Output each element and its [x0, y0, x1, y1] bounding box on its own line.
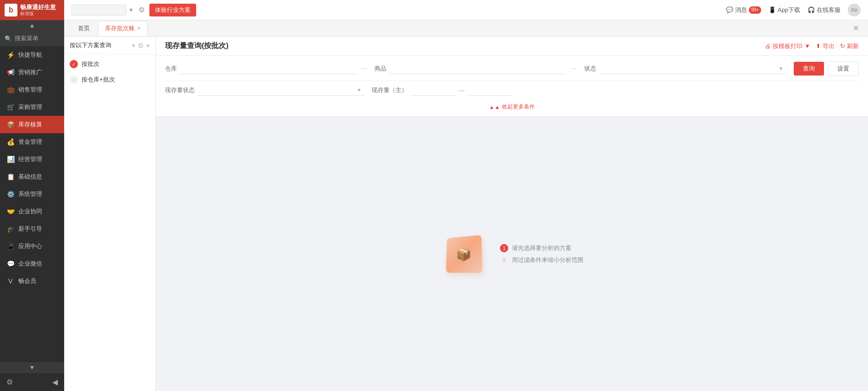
sidebar-item-label: 系统管理 [18, 190, 42, 198]
sidebar-item-system[interactable]: ⚙️ 系统管理 [0, 185, 64, 203]
sidebar-item-member[interactable]: V 畅会员 [0, 272, 64, 290]
sidebar-item-label: 新手引导 [18, 225, 42, 233]
sidebar-item-label: 畅会员 [18, 277, 36, 285]
page-header-actions: 🖨 按模板打印 ▼ ⬆ 导出 ↻ 刷新 [765, 42, 859, 50]
quantity-min-input[interactable] [410, 85, 456, 96]
messages-badge: 99+ [749, 6, 761, 14]
export-btn[interactable]: ⬆ 导出 [816, 42, 835, 50]
sidebar-item-quick-nav[interactable]: ⚡ 快捷导航 [0, 46, 64, 64]
sidebar-scroll-up[interactable]: ▲ [0, 20, 64, 31]
sidebar-item-sales[interactable]: 💼 销售管理 [0, 81, 64, 98]
empty-text: 1 请先选择要分析的方案 2 用过滤条件来缩小分析范围 [500, 244, 583, 264]
sidebar-item-label: 快捷导航 [18, 51, 42, 59]
print-label: 按模板打印 [773, 42, 802, 50]
app-download-label: App下载 [778, 6, 800, 14]
query-btn[interactable]: 查询 [794, 62, 824, 76]
topbar-gear-icon[interactable]: ⚙ [138, 5, 145, 14]
warehouse-label: 仓库 [165, 65, 177, 73]
sidebar-item-inventory[interactable]: 📦 库存核算 [0, 116, 64, 133]
collapse-row: ▲▲ 收起更多条件 [165, 100, 859, 111]
sidebar-footer: ⚙ ◀ [0, 373, 64, 391]
plan-item-batch[interactable]: ✓ 按批次 [64, 56, 155, 72]
sidebar-item-basic[interactable]: 📋 基础信息 [0, 168, 64, 185]
warehouse-input[interactable] [180, 63, 357, 74]
tabbar-close-btn[interactable]: ✕ [851, 22, 861, 34]
tab-inventory-label: 库存批次账 [105, 24, 135, 33]
sales-icon: 💼 [6, 86, 15, 94]
sidebar-item-collab[interactable]: 🤝 企业协同 [0, 203, 64, 220]
sidebar-item-label: 企业微信 [18, 260, 42, 268]
app-download-btn[interactable]: 📱 App下载 [769, 6, 800, 14]
print-arrow-icon: ▼ [804, 43, 810, 49]
refresh-label: 刷新 [847, 42, 859, 50]
finance-icon: 💰 [6, 138, 15, 146]
sidebar-item-finance[interactable]: 💰 资金管理 [0, 133, 64, 151]
user-profile[interactable]: Rit [848, 4, 861, 16]
sidebar-item-purchase[interactable]: 🛒 采购管理 [0, 98, 64, 116]
filter-goods: 商品 ··· [374, 63, 577, 74]
tab-inventory[interactable]: 库存批次账 × [98, 21, 148, 36]
sidebar-item-wechat[interactable]: 💬 企业微信 [0, 255, 64, 272]
sidebar-settings-icon[interactable]: ⚙ [6, 378, 13, 386]
sidebar-search-label: 搜索菜单 [15, 34, 38, 43]
inventory-icon: 📦 [6, 120, 15, 129]
sidebar-item-newbie[interactable]: 🎓 新手引导 [0, 220, 64, 238]
empty-icon: 📦 [440, 231, 486, 277]
print-btn[interactable]: 🖨 按模板打印 ▼ [765, 42, 810, 50]
sidebar-item-label: 经营管理 [18, 155, 42, 163]
add-plan-btn[interactable]: + [132, 42, 135, 49]
plan-item-warehouse-batch[interactable]: ○ 按仓库+批次 [64, 72, 155, 87]
goods-dots[interactable]: ··· [571, 65, 577, 73]
refresh-icon: ↻ [840, 43, 845, 49]
quantity-max-input[interactable] [467, 85, 513, 96]
tabbar-left: 首页 库存批次账 × [71, 21, 148, 35]
sidebar-search[interactable]: 🔍 搜索菜单 [0, 31, 64, 46]
quick-nav-icon: ⚡ [6, 51, 15, 59]
panel-collapse-icon[interactable]: « [146, 42, 150, 49]
empty-step1-label: 请先选择要分析的方案 [512, 244, 571, 252]
settings-btn[interactable]: 设置 [828, 61, 859, 76]
status-select[interactable]: ▼ [599, 64, 786, 74]
app-title: 畅康通好生意 [20, 4, 56, 11]
collapse-btn[interactable]: ▲▲ 收起更多条件 [489, 103, 535, 111]
sidebar-collapse-icon[interactable]: ◀ [52, 378, 58, 386]
operation-icon: 📊 [6, 155, 15, 163]
online-service-label: 在线客服 [817, 6, 841, 14]
messages-btn[interactable]: 💬 消息 99+ [726, 6, 761, 14]
tabbar: 首页 库存批次账 × ✕ [64, 20, 868, 37]
user-name: Rit [851, 7, 857, 13]
left-panel-actions: + ⊙ « [132, 42, 150, 49]
topbar-chevron-icon[interactable]: ▼ [128, 7, 134, 13]
tab-home-label: 首页 [78, 24, 90, 33]
topbar-right: 💬 消息 99+ 📱 App下载 🎧 在线客服 Rit [726, 4, 861, 16]
step1-num: 1 [500, 244, 508, 252]
plan-settings-icon[interactable]: ⊙ [138, 42, 143, 49]
empty-step-1: 1 请先选择要分析的方案 [500, 244, 583, 252]
tab-close-icon[interactable]: × [137, 25, 141, 32]
sidebar-scroll-down[interactable]: ▼ [0, 362, 64, 373]
inventory-status-label: 现存量状态 [165, 86, 195, 94]
topbar-search-input[interactable] [71, 5, 126, 16]
tab-home[interactable]: 首页 [71, 22, 96, 35]
inventory-status-select[interactable]: ▼ [198, 85, 364, 96]
topbar-left: ▼ ⚙ 体验行业方案 [71, 4, 196, 16]
topbar: ▼ ⚙ 体验行业方案 💬 消息 99+ 📱 App下载 🎧 在线客服 Rit [64, 0, 868, 20]
empty-step2-label: 用过滤条件来缩小分析范围 [512, 256, 583, 264]
status-label: 状态 [584, 65, 596, 73]
content: 按以下方案查询 + ⊙ « ✓ 按批次 ○ 按仓库+批次 [64, 37, 868, 391]
refresh-btn[interactable]: ↻ 刷新 [840, 42, 859, 50]
sidebar-item-apps[interactable]: 📱 应用中心 [0, 238, 64, 255]
sidebar-item-marketing[interactable]: 📢 营销推广 [0, 64, 64, 81]
user-avatar: Rit [848, 4, 861, 16]
experience-btn[interactable]: 体验行业方案 [149, 4, 196, 16]
online-service-btn[interactable]: 🎧 在线客服 [808, 6, 841, 14]
plan-dot-batch: ✓ [70, 60, 78, 68]
newbie-icon: 🎓 [6, 225, 15, 233]
sidebar-item-operation[interactable]: 📊 经营管理 [0, 151, 64, 168]
goods-input[interactable] [389, 63, 566, 74]
plan-item-warehouse-label: 按仓库+批次 [82, 76, 115, 84]
message-icon: 💬 [726, 6, 733, 13]
filter-row-1: 仓库 ··· 商品 ··· 状态 ▼ [165, 61, 859, 76]
warehouse-dots[interactable]: ··· [361, 65, 367, 73]
filter-warehouse: 仓库 ··· [165, 63, 367, 74]
